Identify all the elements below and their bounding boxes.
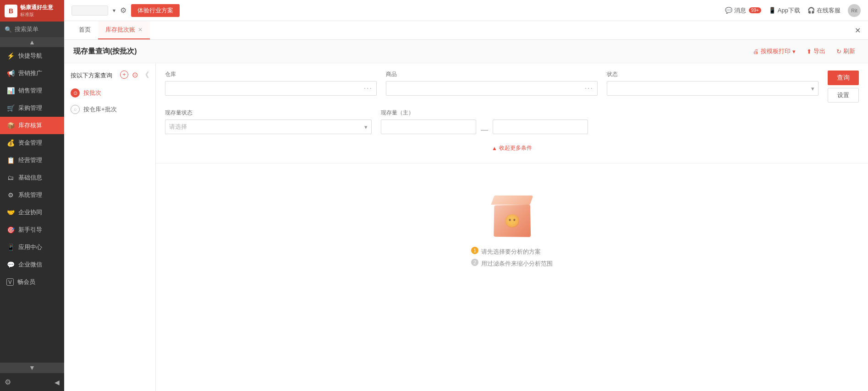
scheme-settings-icon[interactable]: ⊙ (132, 71, 138, 80)
sidebar-item-newbie[interactable]: 🎯 新手引导 (0, 221, 64, 239)
sidebar-item-label: 应用中心 (18, 243, 42, 251)
trial-button[interactable]: 体验行业方案 (131, 4, 180, 17)
tab-panel-close-button[interactable]: ✕ (855, 26, 861, 35)
filter-warehouse: 仓库 ··· (165, 71, 377, 96)
filter-inventory-status: 现存量状态 请选择 ▾ (165, 109, 372, 134)
export-label: 导出 (813, 47, 825, 55)
message-action[interactable]: 💬 消息 99+ (725, 6, 761, 15)
inventory-status-label: 现存量状态 (165, 109, 372, 117)
sidebar-item-label: 经营管理 (18, 156, 42, 164)
app-download-action[interactable]: 📱 App下载 (769, 6, 800, 15)
status-label: 状态 (607, 71, 819, 78)
sidebar-item-label: 资金管理 (18, 139, 42, 147)
page-title: 现存量查询(按批次) (73, 47, 137, 56)
product-label: 商品 (386, 71, 598, 78)
settings-icon[interactable]: ⚙ (5, 378, 11, 386)
online-service-label: 在线客服 (817, 6, 841, 15)
user-avatar-action[interactable]: Rit (848, 4, 861, 17)
sidebar-item-label: 企业微信 (18, 261, 42, 269)
scheme-item-batch[interactable]: ⊙ 按批次 (64, 85, 155, 101)
wechat-icon: 💬 (6, 261, 15, 269)
finance-icon: 💰 (6, 139, 15, 147)
sidebar-item-operation[interactable]: 📋 经营管理 (0, 152, 64, 169)
scheme-item-warehouse-batch[interactable]: ○ 按仓库+批次 (64, 101, 155, 118)
inventory-status-select[interactable]: 请选择 ▾ (165, 119, 372, 134)
online-service-action[interactable]: 🎧 在线客服 (808, 6, 841, 15)
sidebar-scroll-up[interactable]: ▲ (0, 37, 64, 47)
inventory-qty-label: 现存量（主） (381, 109, 476, 117)
sidebar-item-appstore[interactable]: 📱 应用中心 (0, 239, 64, 256)
sidebar-item-label: 畅会员 (17, 278, 35, 286)
inventory-qty-to[interactable] (493, 119, 588, 134)
app-download-label: App下载 (778, 6, 800, 15)
empty-tips: 1 请先选择要分析的方案 2 用过滤条件来缩小分析范围 (471, 246, 553, 270)
sidebar-item-system[interactable]: ⚙ 系统管理 (0, 186, 64, 204)
tip-item-1: 1 请先选择要分析的方案 (471, 246, 553, 258)
sidebar-item-wechat[interactable]: 💬 企业微信 (0, 256, 64, 273)
set-button[interactable]: 设置 (828, 88, 859, 103)
tab-home[interactable]: 首页 (71, 21, 98, 39)
newbie-icon: 🎯 (6, 226, 15, 234)
tip-text-2: 用过滤条件来缩小分析范围 (481, 258, 553, 270)
collapse-up-icon: ▲ (492, 145, 497, 152)
message-icon: 💬 (725, 7, 732, 14)
empty-illustration: 😶 (484, 191, 539, 237)
collapse-more-conditions-button[interactable]: ▲ 收起更多条件 (165, 141, 859, 156)
tip-item-2: 2 用过滤条件来缩小分析范围 (471, 258, 553, 270)
sidebar-item-label: 基础信息 (18, 174, 42, 182)
filter-inventory-qty: 现存量（主） — (381, 109, 588, 134)
app-logo: B (5, 5, 17, 17)
main-wrap: ▾ ⚙ 体验行业方案 💬 消息 99+ 📱 App下载 🎧 在线客服 Rit (64, 0, 868, 391)
print-template-button[interactable]: 🖨 按模板打印 ▾ (749, 45, 799, 57)
status-select[interactable]: ▾ (607, 81, 819, 96)
sidebar-item-marketing[interactable]: 📢 营销推广 (0, 65, 64, 82)
gear-settings-button[interactable]: ⚙ (120, 6, 126, 15)
filter-row-2: 现存量状态 请选择 ▾ 现存量（主） (165, 109, 859, 134)
sidebar-scroll-down[interactable]: ▼ (0, 363, 64, 373)
product-input[interactable]: ··· (386, 81, 598, 96)
right-panel: 仓库 ··· 商品 ··· (156, 63, 868, 391)
inventory-qty-from[interactable] (381, 119, 476, 134)
app-edition: 标准版 (20, 11, 53, 18)
sidebar-item-enterprise[interactable]: 🤝 企业协同 (0, 204, 64, 221)
left-panel-title: 按以下方案查询 (71, 71, 112, 80)
warehouse-dots: ··· (364, 84, 373, 92)
left-panel-header: 按以下方案查询 + ⊙ 《 (64, 68, 155, 85)
tab-inventory-batch[interactable]: 库存批次账 ✕ (98, 21, 150, 39)
sidebar-item-finance[interactable]: 💰 资金管理 (0, 134, 64, 152)
scheme-warehouse-batch-label: 按仓库+批次 (83, 105, 117, 114)
sidebar-item-member[interactable]: V 畅会员 (0, 273, 64, 291)
sidebar-search[interactable]: 🔍 搜索菜单 (0, 22, 64, 37)
sidebar-item-basic[interactable]: 🗂 基础信息 (0, 169, 64, 186)
warehouse-input[interactable]: ··· (165, 81, 377, 96)
refresh-button[interactable]: ↻ 刷新 (833, 45, 859, 57)
query-button[interactable]: 查询 (828, 71, 859, 85)
inventory-status-placeholder: 请选择 (169, 123, 187, 131)
sidebar-item-label: 新手引导 (18, 226, 42, 234)
empty-state: 😶 1 请先选择要分析的方案 2 用过滤条件来缩小分析范围 (156, 163, 868, 297)
dropdown-button[interactable]: ▾ (113, 7, 115, 14)
export-button[interactable]: ⬆ 导出 (803, 45, 829, 57)
product-dots: ··· (585, 84, 593, 92)
box-top-shape (491, 196, 533, 205)
collapse-label: 收起更多条件 (499, 144, 532, 152)
collapse-sidebar-icon[interactable]: ◀ (55, 379, 60, 386)
avatar: Rit (848, 4, 861, 17)
sidebar-item-sales[interactable]: 📊 销售管理 (0, 82, 64, 99)
collapse-left-panel-button[interactable]: 《 (142, 71, 149, 80)
tab-close-icon[interactable]: ✕ (138, 27, 143, 33)
breadcrumb-input[interactable] (71, 5, 108, 16)
sidebar-item-inventory[interactable]: 📦 库存核算 (0, 117, 64, 134)
add-scheme-button[interactable]: + (120, 71, 128, 79)
warehouse-label: 仓库 (165, 71, 377, 78)
sidebar-item-quick-nav[interactable]: ⚡ 快捷导航 (0, 47, 64, 65)
sidebar-item-label: 营销推广 (18, 69, 42, 77)
tip-num-1: 1 (471, 247, 478, 254)
sidebar-item-purchase[interactable]: 🛒 采购管理 (0, 99, 64, 117)
left-panel: 按以下方案查询 + ⊙ 《 ⊙ 按批次 ○ 按仓库+批次 (64, 63, 156, 391)
scheme-inactive-icon: ○ (71, 105, 80, 114)
header-actions: 💬 消息 99+ 📱 App下载 🎧 在线客服 Rit (725, 4, 861, 17)
sidebar-item-label: 采购管理 (18, 104, 42, 112)
message-label: 消息 (734, 6, 746, 15)
headset-icon: 🎧 (808, 7, 815, 14)
